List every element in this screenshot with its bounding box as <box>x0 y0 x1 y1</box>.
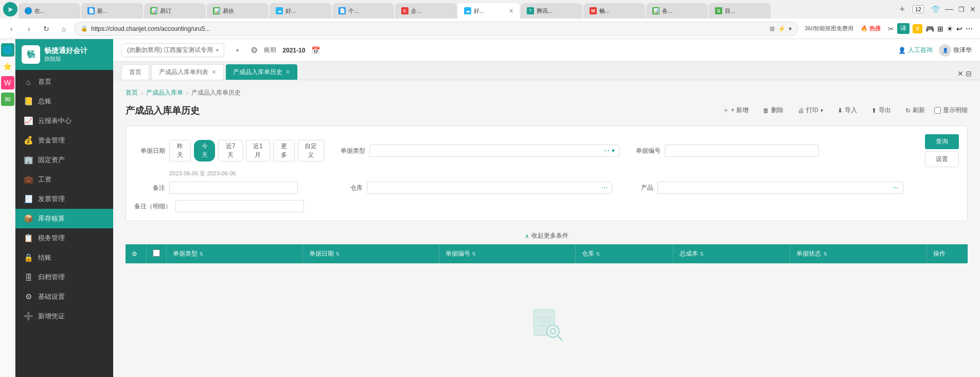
browser-back-icon[interactable]: ➤ <box>3 2 17 16</box>
new-button[interactable]: ＋ + 新增 <box>718 103 754 117</box>
close-button[interactable]: ✕ <box>970 5 976 13</box>
product-select[interactable]: ⋯ <box>657 182 903 194</box>
sidebar-item-ledger[interactable]: 📒 总账 <box>15 92 113 111</box>
browser-tab[interactable]: T 腾讯... <box>521 3 582 19</box>
delete-button[interactable]: 🗑 删除 <box>758 103 789 117</box>
type-select[interactable]: ⋯ ▾ <box>369 145 619 157</box>
date-btn-yesterday[interactable]: 昨天 <box>169 140 191 161</box>
tab-history[interactable]: 产成品入库单历史 ✕ <box>226 64 297 80</box>
th-date[interactable]: 单据日期 ⇅ <box>302 244 439 263</box>
sidebar-item-invoice[interactable]: 🧾 发票管理 <box>15 189 113 209</box>
add-company-button[interactable]: + <box>230 44 244 57</box>
browser-tab-active[interactable]: ☁ 好... ✕ <box>458 3 520 19</box>
sidebar-item-close[interactable]: 🔒 结账 <box>15 248 113 267</box>
home-button[interactable]: ⌂ <box>57 22 71 36</box>
quick-icon-4[interactable]: ✉ <box>1 93 14 106</box>
product-more-icon[interactable]: ⋯ <box>893 184 899 191</box>
select-all-checkbox[interactable] <box>153 249 160 257</box>
refresh-button[interactable]: ↻ 刷新 <box>900 103 930 117</box>
back-button[interactable]: ‹ <box>4 22 19 36</box>
warehouse-more-icon[interactable]: ⋯ <box>601 184 608 191</box>
address-box[interactable]: 🔒 https://cloud.chanjet.com/accounting/u… <box>74 22 798 36</box>
sun-icon[interactable]: ☀ <box>947 25 953 33</box>
date-btn-1month[interactable]: 近1月 <box>246 140 270 161</box>
sidebar-header[interactable]: 畅 畅捷通好会计 旗舰版 <box>15 39 113 70</box>
tab-list[interactable]: 产成品入库单列表 ✕ <box>151 64 224 80</box>
sidebar-item-newbill[interactable]: ➕ 新增凭证 <box>15 307 113 326</box>
hot-search[interactable]: 🔥 热搜 <box>857 23 885 34</box>
th-warehouse[interactable]: 仓库 ⇅ <box>576 244 673 263</box>
th-settings[interactable]: ⚙ <box>126 244 146 263</box>
tab-close-icon[interactable]: ✕ <box>509 8 513 14</box>
sidebar-item-reports[interactable]: 📈 云报表中心 <box>15 111 113 131</box>
browser-tab[interactable]: 📊 易订 <box>144 3 206 19</box>
dropdown-arrow-icon[interactable]: ▾ <box>789 25 792 32</box>
sidebar-item-tax[interactable]: 📋 税务管理 <box>15 228 113 248</box>
th-cost[interactable]: 总成本 ⇅ <box>673 244 790 263</box>
th-number[interactable]: 单据编号 ⇅ <box>439 244 575 263</box>
tab-count[interactable]: 12 <box>913 5 924 13</box>
settings-icon[interactable]: ⋯ <box>966 25 973 33</box>
date-btn-today[interactable]: 今天 <box>194 140 216 161</box>
breadcrumb-home[interactable]: 首页 <box>126 88 138 97</box>
sidebar-item-archive[interactable]: 🗄 归档管理 <box>15 267 113 287</box>
company-select[interactable]: (勿删勿禁用) 江西服宝测试专用 ▾ <box>121 43 224 57</box>
th-type[interactable]: 单据类型 ⇅ <box>166 244 302 263</box>
browser-tab[interactable]: C 企... <box>395 3 457 19</box>
browser-tab[interactable]: 📄 新... <box>81 3 143 19</box>
detail-note-input[interactable] <box>175 200 304 212</box>
tab-close-icon[interactable]: ✕ <box>211 69 216 76</box>
browser-tab[interactable]: S 目... <box>709 3 771 19</box>
browser-tab[interactable]: 📄 个... <box>332 3 394 19</box>
show-detail-checkbox[interactable] <box>934 107 941 114</box>
browser-tab[interactable]: ☁ 好... <box>270 3 331 19</box>
close-panel-icon[interactable]: ✕ <box>957 69 964 78</box>
browser-tab[interactable]: M 畅... <box>583 3 645 19</box>
th-checkbox[interactable] <box>146 244 166 263</box>
user-info[interactable]: 👤 徐泽华 <box>939 44 972 57</box>
date-btn-more[interactable]: 更多 <box>273 140 295 161</box>
breadcrumb-list[interactable]: 产成品入库单 <box>146 88 183 97</box>
sidebar-item-payroll[interactable]: 💼 工资 <box>15 170 113 189</box>
yuan-icon[interactable]: ¥ <box>913 24 922 33</box>
browser-tab[interactable]: 🌐 在... <box>19 3 80 19</box>
forward-button[interactable]: › <box>22 22 36 36</box>
restore-button[interactable]: ❐ <box>958 6 965 13</box>
th-status[interactable]: 单据状态 ⇅ <box>790 244 926 263</box>
undo-icon[interactable]: ↩ <box>956 25 963 33</box>
translate-icon[interactable]: 译 <box>897 23 910 34</box>
game-icon[interactable]: 🎮 <box>925 25 934 33</box>
browser-tab[interactable]: 📊 各... <box>646 3 708 19</box>
sidebar-item-assets[interactable]: 🏢 固定资产 <box>15 150 113 170</box>
new-tab-button[interactable]: + <box>895 2 910 16</box>
sidebar-item-finance[interactable]: 💰 资金管理 <box>15 131 113 150</box>
date-btn-custom[interactable]: 自定义 <box>298 140 325 161</box>
scissors-icon[interactable]: ✂ <box>888 25 894 33</box>
export-button[interactable]: ⬆ 导出 <box>866 103 896 117</box>
tab-home[interactable]: 首页 <box>121 64 149 80</box>
quick-icon-3[interactable]: W <box>1 76 14 89</box>
sidebar-item-home[interactable]: ⌂ 首页 <box>15 72 113 92</box>
quick-icon-1[interactable]: 🌐 <box>1 43 14 57</box>
browser-tab[interactable]: 📊 易伙 <box>207 3 269 19</box>
tab-close-icon[interactable]: ✕ <box>286 69 290 76</box>
print-button[interactable]: 🖨 打印 ▾ <box>793 103 828 117</box>
warehouse-select[interactable]: ⋯ <box>367 182 613 194</box>
grid2-icon[interactable]: ⊞ <box>937 25 943 33</box>
settings-button[interactable]: 设置 <box>925 151 959 167</box>
user-service-button[interactable]: 👤 人工咨询 <box>898 46 933 55</box>
collapse-button[interactable]: ∧ 收起更多条件 <box>525 231 568 240</box>
note-input[interactable] <box>169 182 298 194</box>
sidebar-item-inventory[interactable]: 📦 库存核算 <box>15 209 113 228</box>
refresh-button[interactable]: ↻ <box>39 22 54 36</box>
import-button[interactable]: ⬇ 导入 <box>832 103 862 117</box>
query-button[interactable]: 查询 <box>925 134 959 149</box>
sidebar-item-settings[interactable]: ⚙ 基础设置 <box>15 287 113 307</box>
dropdown-more-icon[interactable]: ⋯ <box>603 147 610 154</box>
expand-icon[interactable]: ⊟ <box>966 69 972 78</box>
number-input[interactable] <box>665 145 819 157</box>
date-btn-7days[interactable]: 近7天 <box>218 140 242 161</box>
quick-icon-2[interactable]: ⭐ <box>1 60 14 73</box>
minimize-button[interactable]: — <box>945 5 953 14</box>
calendar-icon[interactable]: 📅 <box>311 46 320 55</box>
